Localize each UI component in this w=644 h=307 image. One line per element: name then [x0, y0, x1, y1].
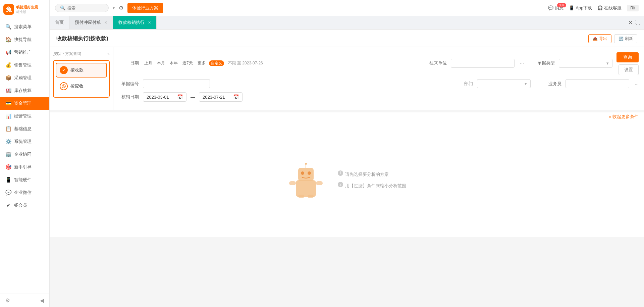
- system-icon: ⚙️: [5, 139, 11, 145]
- collapse-more-btn[interactable]: « 收起更多条件: [50, 112, 644, 123]
- setting-btn[interactable]: 设置: [619, 64, 639, 75]
- query-option-receivable[interactable]: 按应收: [56, 79, 107, 94]
- sidebar-item-system[interactable]: ⚙️ 系统管理: [0, 135, 49, 148]
- empty-illustration: [287, 162, 324, 199]
- logo-text: 畅捷通好生意 标准版: [16, 5, 38, 14]
- empty-tips: 1 请先选择要分析的方案 2 用【过滤】条件来缩小分析范围: [338, 170, 406, 190]
- logo-icon: 兔: [3, 4, 14, 15]
- industry-btn[interactable]: 体验行业方案: [127, 3, 163, 13]
- date-shortcut-prev-month[interactable]: 上月: [143, 60, 154, 67]
- tab-close-prepay[interactable]: ✕: [104, 20, 107, 25]
- sidebar-item-marketing[interactable]: 📢 营销推广: [0, 46, 49, 59]
- filter-options-box: 按收款 按应收: [53, 60, 110, 98]
- page-title: 收款核销执行(按收款): [56, 35, 108, 42]
- close-tab-icon[interactable]: ✕: [628, 19, 633, 26]
- filter-area: 按以下方案查询 » 按收款 按应收: [50, 47, 644, 110]
- unit-input[interactable]: [451, 59, 515, 68]
- topbar-gear-icon[interactable]: ⚙: [119, 5, 123, 11]
- svg-rect-2: [296, 180, 316, 197]
- date-shortcut-this-month[interactable]: 本月: [156, 60, 166, 67]
- dept-select[interactable]: ▾: [477, 79, 531, 88]
- bizperson-dots-btn[interactable]: ···: [635, 81, 639, 87]
- tab-home[interactable]: 首页: [50, 16, 69, 29]
- page-actions: 📤 导出 🔄 刷新: [588, 34, 637, 43]
- query-option-receipt[interactable]: 按收款: [56, 63, 107, 78]
- sidebar-item-search[interactable]: 🔍 搜索菜单: [0, 20, 49, 33]
- robot-svg: [287, 162, 324, 199]
- search-icon: 🔍: [5, 24, 11, 30]
- export-icon: 📤: [593, 37, 598, 41]
- date-shortcut-7days[interactable]: 近7天: [181, 60, 194, 67]
- tip-num-1: 1: [338, 170, 343, 176]
- unit-dots-btn[interactable]: ···: [520, 60, 524, 66]
- sidebar-item-hardware[interactable]: 📱 智能硬件: [0, 173, 49, 186]
- refresh-btn[interactable]: 🔄 刷新: [614, 34, 637, 43]
- finance-icon: 💳: [5, 100, 11, 106]
- bizperson-input[interactable]: [566, 79, 629, 88]
- voucher-input[interactable]: [143, 79, 210, 88]
- filter-collapse-btn[interactable]: »: [107, 52, 110, 56]
- topbar-chevron-icon[interactable]: ▾: [113, 6, 115, 10]
- sidebar-item-wecom[interactable]: 💬 企业微信: [0, 186, 49, 199]
- purchase-icon: 📦: [5, 75, 11, 81]
- empty-tip-2: 2 用【过滤】条件来缩小分析范围: [338, 182, 406, 190]
- sidebar-item-basic[interactable]: 📋 基础信息: [0, 122, 49, 135]
- sidebar: 兔 畅捷通好生意 标准版 🔍 搜索菜单 🏠 快捷导航 📢 营销推广 💰 销售管理…: [0, 0, 50, 307]
- svg-rect-11: [308, 195, 314, 198]
- writeoff-start-input[interactable]: 2023-03-01 📅: [143, 92, 186, 102]
- tab-bar-actions: ✕ ⛶: [625, 19, 644, 26]
- wecom-icon: 💬: [5, 190, 11, 196]
- topbar-search-box[interactable]: 🔍: [55, 4, 109, 12]
- export-btn[interactable]: 📤 导出: [588, 34, 611, 43]
- sidebar-item-guide[interactable]: 🎯 新手引导: [0, 161, 49, 173]
- app-download-btn[interactable]: 📱 App下载: [569, 5, 592, 11]
- sidebar-item-finance[interactable]: 💳 资金管理: [0, 97, 49, 110]
- expand-tab-icon[interactable]: ⛶: [635, 19, 641, 25]
- online-service-btn[interactable]: 🎧 在线客服: [597, 5, 622, 11]
- user-avatar[interactable]: Rit: [627, 5, 639, 11]
- writeoff-end-input[interactable]: 2023-07-21 📅: [199, 92, 243, 102]
- message-badge: 99+: [557, 3, 566, 7]
- sidebar-item-inventory[interactable]: 🏭 库存核算: [0, 84, 49, 97]
- svg-point-4: [301, 171, 304, 175]
- sidebar-item-member[interactable]: ✔ 畅会员: [0, 199, 49, 212]
- collapse-icon[interactable]: ◀: [40, 297, 44, 304]
- doctype-chevron-icon: ▾: [606, 61, 609, 66]
- empty-state: 1 请先选择要分析的方案 2 用【过滤】条件来缩小分析范围: [50, 123, 644, 237]
- query-btn[interactable]: 查询: [616, 52, 639, 62]
- sidebar-nav: 🔍 搜索菜单 🏠 快捷导航 📢 营销推广 💰 销售管理 📦 采购管理 🏭 库存核…: [0, 19, 49, 294]
- member-icon: ✔: [5, 202, 11, 208]
- message-btn[interactable]: 💬 消息 99+: [548, 5, 564, 11]
- calendar-start-icon: 📅: [177, 94, 183, 100]
- sidebar-item-sales[interactable]: 💰 销售管理: [0, 59, 49, 71]
- date-shortcut-this-year[interactable]: 本年: [168, 60, 179, 67]
- sidebar-item-purchase[interactable]: 📦 采购管理: [0, 71, 49, 84]
- svg-rect-10: [298, 195, 304, 198]
- tab-receivable[interactable]: 收款核销执行 ✕: [113, 16, 157, 29]
- writeoff-label: 核销日期: [119, 94, 139, 100]
- collapse-chevron-icon: «: [609, 114, 611, 119]
- filter-left-title: 按以下方案查询 »: [53, 51, 110, 57]
- inventory-icon: 🏭: [5, 88, 11, 94]
- svg-point-7: [305, 163, 307, 165]
- sidebar-item-nav[interactable]: 🏠 快捷导航: [0, 33, 49, 46]
- doctype-select[interactable]: ▾: [559, 59, 612, 68]
- search-input[interactable]: [67, 6, 101, 10]
- tab-prepay[interactable]: 预付冲应付单 ✕: [69, 16, 113, 29]
- filter-row-2: 单据编号 部门 ▾ 业务员 ···: [119, 79, 639, 88]
- dept-chevron-icon: ▾: [525, 81, 527, 86]
- sidebar-item-enterprise[interactable]: 🏢 企业协同: [0, 148, 49, 161]
- filter-row-3: 核销日期 2023-03-01 📅 — 2023-07-21 📅: [119, 92, 639, 102]
- settings-icon[interactable]: ⚙: [5, 297, 10, 304]
- service-icon: 🎧: [597, 5, 603, 10]
- svg-point-5: [308, 171, 311, 175]
- sidebar-item-business[interactable]: 📊 经营管理: [0, 110, 49, 122]
- message-icon: 💬: [548, 5, 553, 10]
- date-shortcut-more[interactable]: 更多: [196, 60, 207, 67]
- refresh-icon: 🔄: [619, 37, 624, 41]
- search-icon: 🔍: [60, 5, 65, 10]
- marketing-icon: 📢: [5, 49, 11, 55]
- tab-close-receivable[interactable]: ✕: [148, 20, 151, 25]
- custom-date-badge[interactable]: 自定义: [209, 60, 224, 66]
- tip-num-2: 2: [338, 182, 343, 187]
